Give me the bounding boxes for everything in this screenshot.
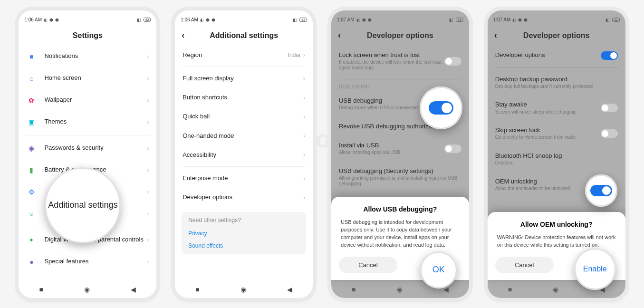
row-accessibility[interactable]: Accessibility› (175, 145, 313, 164)
dialog-body: USB debugging is intended for developmen… (331, 219, 469, 249)
row-button-shortcuts[interactable]: Button shortcuts› (175, 88, 313, 107)
themes-icon: ▣ (26, 117, 37, 127)
security-icon: ◉ (26, 143, 37, 154)
chevron-right-icon: › (147, 144, 149, 152)
divider (339, 79, 461, 79)
phone-additional-settings: 1:06 AM◐⬢⬢ ◧42 ‹ Additional settings Reg… (175, 10, 313, 298)
magnifier-ok: OK (420, 251, 457, 289)
wellbeing-icon: ✦ (26, 235, 37, 245)
cancel-button[interactable]: Cancel (339, 257, 397, 273)
status-bar: 1:07 AM◐⬢⬢ ◧42 (488, 14, 625, 26)
circle-icon: ○ (26, 209, 37, 219)
row-special-features[interactable]: ●Special features› (19, 251, 156, 273)
row-passwords[interactable]: ◉Passwords & security› (19, 137, 156, 159)
row-usb-security[interactable]: USB debugging (Security settings)Allow g… (331, 162, 469, 193)
toggle-on-icon (590, 185, 612, 196)
toggle-install-usb[interactable] (444, 144, 461, 153)
row-region[interactable]: RegionIndia› (175, 46, 313, 65)
nav-recent-icon[interactable]: ■ (508, 286, 512, 293)
chevron-right-icon: › (147, 75, 149, 82)
divider (26, 135, 149, 135)
link-sound-effects[interactable]: Sound effects (188, 240, 299, 252)
nav-home-icon[interactable]: ◉ (397, 286, 403, 293)
battery-icon: ▮ (26, 165, 37, 175)
chevron-right-icon: › (303, 151, 305, 158)
nav-home-icon[interactable]: ◉ (84, 286, 90, 293)
phone-oem-unlocking: 1:07 AM◐⬢⬢ ◧42 ‹ Developer options Devel… (488, 10, 625, 298)
row-notifications[interactable]: ■Notifications› (19, 46, 156, 67)
page-title: Settings (73, 31, 103, 40)
help-box: Need other settings? Privacy Sound effec… (182, 212, 306, 254)
nav-home-icon[interactable]: ◉ (240, 286, 246, 293)
row-install-usb[interactable]: Install via USBAllow installing apps via… (331, 136, 469, 162)
row-full-screen[interactable]: Full screen display› (175, 69, 313, 88)
row-one-handed[interactable]: One-handed mode› (175, 126, 313, 145)
row-themes[interactable]: ▣Themes› (19, 111, 156, 133)
row-stay-awake[interactable]: Stay awakeScreen will never sleep while … (488, 95, 625, 121)
status-bar: 1:06 AM◐⬢⬢ ◧42 (19, 14, 156, 26)
nav-bar: ■◉◀ (175, 281, 313, 298)
divider (183, 166, 305, 167)
chevron-right-icon: › (147, 236, 149, 243)
chevron-right-icon: › (147, 53, 149, 60)
magnifier-enable: Enable (574, 248, 616, 290)
chevron-right-icon: › (147, 96, 149, 104)
toggle-lock-trust[interactable] (444, 57, 461, 66)
chevron-right-icon: › (303, 94, 305, 101)
row-enterprise[interactable]: Enterprise mode› (175, 169, 313, 188)
row-skip-lock[interactable]: Skip screen lockGo directly to Home scre… (488, 121, 625, 146)
status-bar: 1:06 AM◐⬢⬢ ◧42 (175, 14, 313, 26)
chevron-right-icon: › (147, 118, 149, 125)
toggle-stay-awake[interactable] (601, 104, 618, 112)
chevron-right-icon: › (303, 132, 305, 139)
back-button[interactable]: ‹ (182, 30, 184, 40)
cancel-button[interactable]: Cancel (495, 257, 554, 273)
nav-recent-icon[interactable]: ■ (195, 286, 199, 293)
page-title: Additional settings (210, 31, 278, 40)
header: Settings (19, 26, 156, 46)
row-lock-screen-trust[interactable]: Lock screen when trust is lostIf enabled… (331, 46, 469, 77)
row-quick-ball[interactable]: Quick ball› (175, 107, 313, 126)
back-button[interactable]: ‹ (338, 30, 341, 40)
dialog-body: WARNING: Device protection features will… (488, 234, 625, 249)
chevron-right-icon: › (303, 194, 305, 201)
chevron-right-icon: › (615, 79, 617, 86)
status-bar: 1:07 AM◐⬢⬢ ◧42 (331, 14, 469, 26)
dialog-title: Allow OEM unlocking? (488, 221, 625, 228)
row-home-screen[interactable]: ⌂Home screen› (19, 67, 156, 89)
toggle-skip-lock[interactable] (601, 129, 618, 138)
chevron-right-icon: › (303, 51, 305, 58)
notifications-icon: ■ (26, 51, 37, 62)
row-hci-snoop[interactable]: Bluetooth HCI snoop logDisabled› (488, 146, 625, 172)
toggle-on-icon (429, 101, 453, 115)
chevron-right-icon: › (147, 210, 149, 217)
chevron-right-icon: › (460, 123, 461, 130)
chevron-right-icon: › (303, 175, 305, 182)
chevron-right-icon: › (303, 75, 305, 82)
nav-recent-icon[interactable]: ■ (352, 286, 356, 293)
chevron-right-icon: › (147, 188, 149, 195)
toggle-developer-options[interactable] (601, 51, 618, 60)
nav-back-icon[interactable]: ◀ (287, 286, 292, 293)
row-developer-options[interactable]: Developer options› (175, 188, 313, 207)
region-value: India (288, 52, 300, 58)
chevron-right-icon: › (147, 258, 149, 265)
nav-back-icon[interactable]: ◀ (131, 286, 136, 293)
link-privacy[interactable]: Privacy (188, 227, 299, 240)
gear-icon: ⚙ (26, 187, 37, 197)
row-backup-password[interactable]: Desktop backup passwordDesktop full back… (488, 70, 625, 96)
row-wallpaper[interactable]: ✿Wallpaper› (19, 89, 156, 111)
nav-recent-icon[interactable]: ■ (39, 286, 43, 293)
page-title: Developer options (367, 31, 433, 40)
nav-home-icon[interactable]: ◉ (553, 286, 558, 293)
chevron-right-icon: › (615, 155, 617, 163)
row-developer-options[interactable]: Developer options (488, 46, 625, 66)
divider (183, 67, 305, 67)
nav-bar: ■◉◀ (19, 281, 156, 298)
special-icon: ● (26, 257, 37, 267)
back-button[interactable]: ‹ (494, 30, 497, 40)
header: ‹ Developer options (331, 26, 469, 46)
help-question: Need other settings? (188, 217, 299, 223)
chevron-right-icon: › (147, 166, 149, 173)
magnifier-usb-toggle (420, 87, 462, 129)
